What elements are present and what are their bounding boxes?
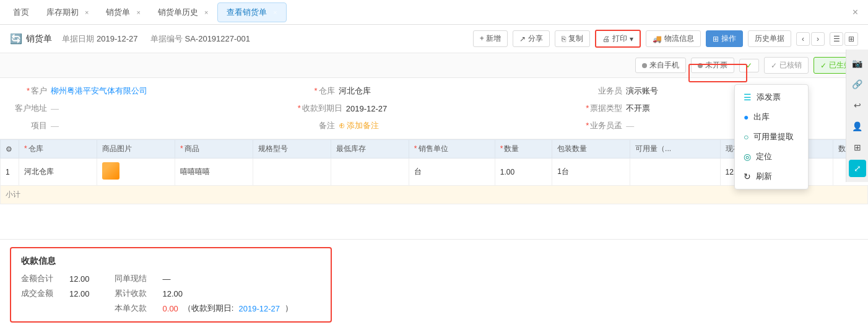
ticket-type-field: *票据类型 不开票 [585,103,858,114]
deal-amount-row: 成交金额 12.00 [21,288,90,299]
new-button[interactable]: + 新增 [473,30,508,47]
col-product: *商品 [175,140,253,158]
locate-item[interactable]: ◎ 定位 [735,147,808,167]
camera-icon[interactable]: 📷 [849,54,866,72]
tab-home-label: 首页 [13,7,29,18]
ticket-type-value: 不开票 [626,103,650,114]
row-image [97,158,175,186]
owe-value: 0.00 [163,304,178,313]
undo-icon[interactable]: ↩ [849,97,866,114]
total-row: 金额合计 12.00 [21,273,90,284]
next-button[interactable]: › [811,32,825,46]
window-close-button[interactable]: × [848,7,863,18]
logistics-button[interactable]: 🚚 物流信息 [646,30,701,47]
print-button[interactable]: 🖨 打印 ▾ [595,30,641,48]
tab-sales-history[interactable]: 销货单历史 × [150,2,216,22]
copy-button[interactable]: ⎘ 复制 [555,30,590,47]
tab-sales-history-close[interactable]: × [204,9,208,16]
cumulative-row: 累计收款 12.00 [115,288,293,299]
col-unit: *销售单位 [409,140,495,158]
receipt-title: 收款信息 [21,256,321,267]
tab-sales-order-close[interactable]: × [136,9,140,16]
right-icon-panel: 📷 🔗 ↩ 👤 ⊞ ⤢ [846,50,868,182]
tab-inventory-init-close[interactable]: × [85,9,89,16]
locate-label: 定位 [756,151,772,162]
not-open-button[interactable]: 未开票 [691,58,734,73]
tab-sales-order[interactable]: 销货单 × [98,2,148,22]
available-pick-label: 可用量提取 [753,131,794,142]
refresh-item[interactable]: ↻ 刷新 [735,167,808,186]
staff-field: 业务员 演示账号 [585,85,858,97]
tab-view-sales[interactable]: 查看销货单 × [217,2,286,22]
from-phone-dot [642,63,647,68]
operations-dropdown: ☰ 添发票 ● 出库 ○ 可用量提取 ◎ 定位 ↻ 刷新 [734,84,809,189]
address-field: 客户地址 — [10,103,283,114]
add-invoice-item[interactable]: ☰ 添发票 [735,87,808,107]
same-order-row: 同单现结 — [115,273,293,284]
operations-button[interactable]: ⊞ 操作 [706,30,743,47]
row-qty: 1.00 [495,158,552,186]
doc-title-icon: 🔄 [10,33,22,45]
staff-value: 演示账号 [626,85,658,97]
available-pick-item[interactable]: ○ 可用量提取 [735,127,808,147]
warehouse-field: *仓库 河北仓库 [298,85,571,97]
payment-date-label: *收款到期日 [298,103,342,114]
add-invoice-label: 添发票 [757,92,781,103]
same-order-value: — [163,274,171,284]
outbound-label: 出库 [753,111,770,123]
owe-date: 2019-12-27 [238,304,280,313]
tab-view-sales-label: 查看销货单 [227,7,267,18]
bottom-section: 收款信息 金额合计 12.00 成交金额 12.00 同单现结 — [0,239,868,330]
from-phone-button[interactable]: 来自手机 [635,58,686,73]
share-button[interactable]: ↗ 分享 [513,30,550,47]
prev-button[interactable]: ‹ [796,32,810,46]
address-label: 客户地址 [10,103,47,114]
outbound-item[interactable]: ● 出库 [735,107,808,127]
staff2-label: *业务员孟 [585,120,622,131]
owe-label: 本单欠款 [115,303,158,314]
payment-date-value: 2019-12-27 [346,104,388,113]
add-remark-button[interactable]: ⊕ 添加备注 [339,120,380,131]
row-pack-qty: 1台 [552,158,630,186]
customer-label: *客户 [10,85,47,97]
view-icons: ☰ ⊞ [830,32,858,46]
outbound-icon: ● [744,112,749,122]
link-icon[interactable]: 🔗 [849,76,866,93]
receipt-info: 收款信息 金额合计 12.00 成交金额 12.00 同单现结 — [10,247,332,323]
grid-view-icon[interactable]: ⊞ [844,32,858,46]
form-row-3: 项目 — 备注 ⊕ 添加备注 *业务员孟 — [10,120,858,131]
doc-meta: 单据日期 2019-12-27 单据编号 SA-20191227-001 [62,33,250,45]
doc-number-value: SA-20191227-001 [185,34,251,43]
col-min-stock: 最低库存 [331,140,409,158]
second-toolbar: 来自手机 未开票 ✓ ✓ 已核销 ✓ 已生效 [0,53,868,78]
refresh-label: 刷新 [756,171,772,182]
staff-label: 业务员 [585,85,622,97]
check-icon: ✓ [746,61,752,70]
tab-sales-order-label: 销货单 [106,7,130,18]
receipt-col-left: 金额合计 12.00 成交金额 12.00 [21,273,90,314]
row-min-stock [331,158,409,186]
row-unit: 台 [409,158,495,186]
total-label: 金额合计 [21,273,64,284]
row-spec [253,158,331,186]
cumulative-label: 累计收款 [115,288,158,299]
tab-inventory-init[interactable]: 库存期初 × [38,2,97,22]
project-label: 项目 [10,120,47,131]
deal-amount-label: 成交金额 [21,288,64,299]
project-value: — [51,121,59,131]
customer-value[interactable]: 柳州粤港平安气体有限公司 [51,85,147,97]
form-row-2: 客户地址 — *收款到期日 2019-12-27 *票据类型 不开票 [10,103,858,114]
expand-icon[interactable]: ⤢ [849,160,866,177]
owe-hint: （收款到期日: [183,303,234,314]
cancel-status-button[interactable]: ✓ 已核销 [764,57,809,74]
same-order-label: 同单现结 [115,273,158,284]
tab-view-sales-close[interactable]: × [273,9,277,16]
list-view-icon[interactable]: ☰ [830,32,843,46]
tab-home[interactable]: 首页 [5,2,37,22]
grid-icon[interactable]: ⊞ [849,139,866,156]
total-value: 12.00 [69,274,90,284]
cumulative-value: 12.00 [163,289,183,298]
user-icon[interactable]: 👤 [849,118,866,135]
check-button[interactable]: ✓ [739,59,759,72]
history-button[interactable]: 历史单据 [748,30,791,47]
